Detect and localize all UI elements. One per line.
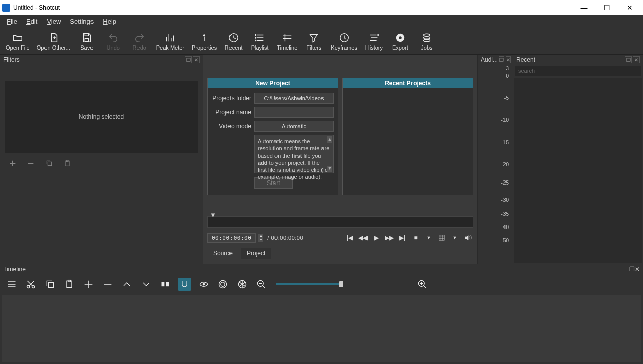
- tab-project[interactable]: Project: [241, 248, 271, 259]
- jobs-button[interactable]: Jobs: [415, 29, 439, 54]
- svg-point-2: [255, 34, 256, 35]
- recent-projects-list: [343, 88, 473, 186]
- add-filter-button[interactable]: [7, 158, 18, 169]
- keyframes-button[interactable]: Keyframes: [328, 29, 360, 54]
- timeline-close-button[interactable]: ✕: [635, 266, 640, 273]
- filters-panel: Filters ❐ ✕ Nothing selected: [0, 55, 203, 264]
- zoom-in-button[interactable]: [416, 278, 429, 291]
- recent-search-input[interactable]: search: [515, 66, 641, 76]
- info-icon: [199, 32, 210, 43]
- remove-filter-button[interactable]: [25, 158, 36, 169]
- zoom-slider[interactable]: [276, 283, 342, 285]
- audio-meter-scale: 3 0 -5 -10 -15 -20 -25 -30 -35 -40 -50: [478, 65, 513, 264]
- ripple-all-button[interactable]: [236, 278, 249, 291]
- volume-button[interactable]: [463, 233, 473, 243]
- zoom-fit-button[interactable]: ■: [410, 233, 421, 243]
- minimize-button[interactable]: —: [573, 0, 595, 15]
- filters-button[interactable]: Filters: [302, 29, 326, 54]
- project-name-label: Project name: [212, 109, 251, 116]
- recent-button[interactable]: Recent: [221, 29, 246, 54]
- snap-button[interactable]: [178, 278, 191, 291]
- skip-start-button[interactable]: |◀: [345, 233, 355, 243]
- recent-projects-card: Recent Projects: [342, 78, 473, 195]
- lift-button[interactable]: [120, 278, 133, 291]
- menu-settings[interactable]: Settings: [65, 16, 98, 27]
- svg-point-0: [204, 35, 205, 36]
- zoom-menu-button[interactable]: ▼: [424, 233, 434, 243]
- menu-view[interactable]: View: [42, 16, 65, 27]
- keyframes-icon: [339, 32, 350, 43]
- split-button[interactable]: [159, 278, 172, 291]
- recent-projects-title: Recent Projects: [343, 78, 473, 88]
- timeline-panel-header: Timeline ❐ ✕: [0, 264, 643, 275]
- projects-folder-field[interactable]: C:/Users/Ashwin/Videos: [254, 93, 334, 104]
- menu-help[interactable]: Help: [98, 16, 121, 27]
- maximize-button[interactable]: ☐: [595, 0, 618, 15]
- zoom-slider-handle[interactable]: [339, 281, 343, 287]
- recent-close-button[interactable]: ✕: [633, 56, 640, 63]
- scrubber-track[interactable]: [207, 216, 473, 228]
- grid-menu-button[interactable]: ▼: [450, 233, 460, 243]
- paste-filter-button[interactable]: [62, 158, 73, 169]
- properties-button[interactable]: Properties: [189, 29, 219, 54]
- total-duration: / 00:00:00:00: [267, 235, 303, 241]
- peak-meter-button[interactable]: Peak Meter: [154, 29, 187, 54]
- current-timecode[interactable]: 00:00:00:00: [207, 233, 256, 243]
- redo-icon: [134, 32, 145, 43]
- scrubber-playhead-icon[interactable]: ▼: [210, 211, 216, 219]
- copy-filter-button[interactable]: [43, 158, 55, 169]
- funnel-icon: [308, 32, 319, 43]
- timeline-button[interactable]: Timeline: [274, 29, 300, 54]
- audio-panel-title: Audi...: [481, 56, 498, 63]
- ripple-button[interactable]: [216, 278, 229, 291]
- menu-file[interactable]: File: [2, 16, 22, 27]
- desc-scroll-down[interactable]: ▼: [327, 166, 332, 172]
- export-button[interactable]: Export: [388, 29, 412, 54]
- history-button[interactable]: History: [362, 29, 386, 54]
- open-file-button[interactable]: Open File: [3, 29, 32, 54]
- timeline-menu-button[interactable]: [5, 278, 18, 291]
- timecode-down[interactable]: ▼: [258, 238, 263, 242]
- audio-close-button[interactable]: ✕: [506, 56, 511, 63]
- remove-button[interactable]: [101, 278, 114, 291]
- scrub-audio-button[interactable]: [197, 278, 210, 291]
- video-mode-field[interactable]: Automatic: [254, 121, 334, 132]
- fast-forward-button[interactable]: ▶▶: [384, 233, 394, 243]
- play-button[interactable]: ▶: [371, 233, 381, 243]
- svg-point-23: [219, 281, 227, 288]
- recent-undock-button[interactable]: ❐: [625, 56, 632, 63]
- rewind-button[interactable]: ◀◀: [358, 233, 368, 243]
- zoom-out-button[interactable]: [255, 278, 268, 291]
- timeline-undock-button[interactable]: ❐: [629, 266, 635, 273]
- save-icon: [81, 32, 93, 43]
- audio-undock-button[interactable]: ❐: [499, 56, 504, 63]
- timeline-toolbar: [0, 275, 643, 294]
- tab-source[interactable]: Source: [207, 248, 239, 259]
- filters-close-button[interactable]: ✕: [193, 56, 200, 63]
- copy-button[interactable]: [43, 278, 57, 291]
- undo-icon: [108, 32, 119, 43]
- close-button[interactable]: ✕: [618, 0, 641, 15]
- timeline-tracks-area[interactable]: [2, 295, 641, 362]
- menu-edit[interactable]: Edit: [22, 16, 42, 27]
- overwrite-button[interactable]: [140, 278, 153, 291]
- filters-panel-title: Filters: [3, 56, 20, 63]
- undo-button[interactable]: Undo: [101, 29, 125, 54]
- redo-button[interactable]: Redo: [127, 29, 152, 54]
- grid-button[interactable]: [437, 233, 447, 243]
- project-name-field[interactable]: [254, 107, 334, 118]
- svg-point-22: [203, 283, 204, 285]
- open-other-button[interactable]: Open Other...: [34, 29, 73, 54]
- folder-open-icon: [12, 32, 23, 43]
- paste-button[interactable]: [63, 278, 76, 291]
- skip-end-button[interactable]: ▶|: [397, 233, 407, 243]
- filters-undock-button[interactable]: ❐: [185, 56, 192, 63]
- desc-scroll-up[interactable]: ▲: [327, 136, 332, 143]
- cut-button[interactable]: [24, 278, 37, 291]
- titlebar: Untitled - Shotcut — ☐ ✕: [0, 0, 643, 15]
- append-button[interactable]: [82, 278, 95, 291]
- timecode-up[interactable]: ▲: [258, 234, 263, 238]
- save-button[interactable]: Save: [75, 29, 99, 54]
- audio-meter-panel: Audi... ❐ ✕ 3 0 -5 -10 -15 -20 -25 -30 -…: [477, 55, 513, 264]
- playlist-button[interactable]: Playlist: [248, 29, 272, 54]
